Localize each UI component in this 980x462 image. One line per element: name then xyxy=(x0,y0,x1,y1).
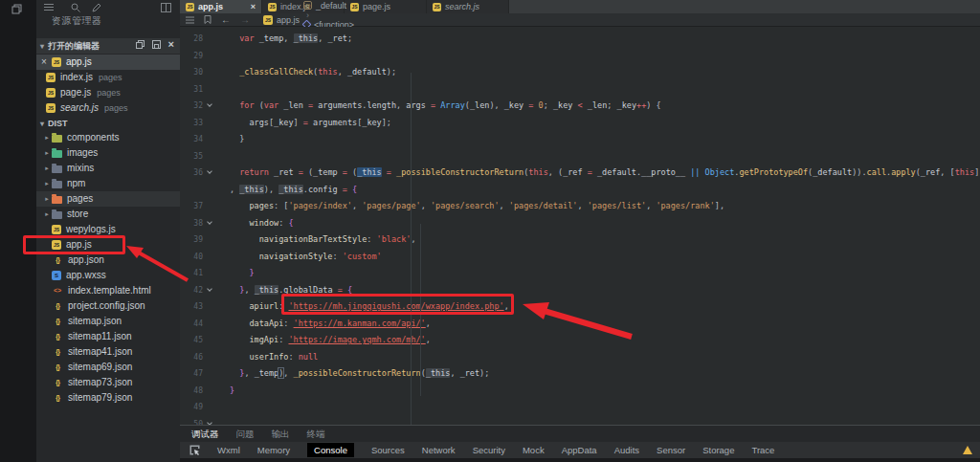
nav-back-icon[interactable]: ← xyxy=(221,15,231,25)
tree-item-app.json[interactable]: {}app.json xyxy=(36,253,180,268)
devtools-tab-trace[interactable]: Trace xyxy=(751,445,774,455)
code-line[interactable]: 38 window: { xyxy=(180,215,980,232)
tree-item-sitemap73.json[interactable]: {}sitemap73.json xyxy=(36,375,180,390)
devtools-tab-appdata[interactable]: AppData xyxy=(562,445,597,455)
warning-icon[interactable] xyxy=(963,446,972,454)
tree-item-npm[interactable]: ▸npm xyxy=(36,176,180,191)
open-editors-header[interactable]: ▾打开的编辑器 × xyxy=(36,38,180,54)
devtools-tab-storage[interactable]: Storage xyxy=(702,445,734,455)
code-line[interactable]: 31 xyxy=(180,81,980,99)
breadcrumb-file[interactable]: JS app.js xyxy=(263,15,300,25)
nav-forward-icon[interactable]: → xyxy=(240,15,250,25)
code-text: userInfo: null xyxy=(230,349,980,366)
devtools-tab-network[interactable]: Network xyxy=(422,445,456,455)
code-text: pages: ['pages/index', 'pages/page', 'pa… xyxy=(230,198,980,215)
code-line[interactable]: 49 xyxy=(180,399,980,416)
devtools-tab-sensor[interactable]: Sensor xyxy=(657,445,685,455)
devtools-tab-wxml[interactable]: Wxml xyxy=(217,445,240,455)
code-line[interactable]: 41 } xyxy=(180,265,980,282)
code-text xyxy=(230,399,980,416)
code-line[interactable]: 40 navigationStyle: 'custom' xyxy=(180,249,980,266)
token: 'pages/list' xyxy=(588,201,646,210)
fold-indicator[interactable] xyxy=(203,165,216,182)
code-line[interactable]: 30 _classCallCheck(this, _default); xyxy=(180,64,980,81)
tree-item-sitemap.json[interactable]: {}sitemap.json xyxy=(36,314,180,329)
code-line[interactable]: 29 xyxy=(180,48,980,65)
dist-section-header[interactable]: ▾DIST xyxy=(36,116,180,131)
tree-item-pages[interactable]: ▸pages xyxy=(36,191,180,207)
token: navigationStyle xyxy=(259,252,333,261)
js-file-icon: JS xyxy=(433,3,441,11)
fold-indicator[interactable] xyxy=(203,98,216,115)
code-line[interactable]: 37 pages: ['pages/index', 'pages/page', … xyxy=(180,198,980,215)
token xyxy=(230,335,249,344)
tab-close-icon[interactable]: × xyxy=(251,2,256,11)
close-all-icon[interactable]: × xyxy=(168,40,174,49)
devtools-tab-sources[interactable]: Sources xyxy=(371,445,405,455)
tree-item-sitemap11.json[interactable]: {}sitemap11.json xyxy=(36,329,180,344)
code-line[interactable]: 44 dataApi: 'https://m.kanman.com/api/', xyxy=(180,316,980,333)
code-line[interactable]: 33 args[_key] = arguments[_key]; xyxy=(180,115,980,132)
edit-pen-icon[interactable] xyxy=(92,3,101,12)
devtools-tab-mock[interactable]: Mock xyxy=(523,445,545,455)
tree-item-store[interactable]: ▸store xyxy=(36,207,180,222)
code-line[interactable]: 46 userInfo: null xyxy=(180,349,980,366)
search-icon[interactable] xyxy=(71,3,80,12)
code-line[interactable]: 50 xyxy=(180,416,980,426)
open-editor-item-page.js[interactable]: JSpage.jspages xyxy=(36,85,180,100)
js-file-icon: JS xyxy=(52,225,61,234)
outline-list-icon[interactable] xyxy=(186,16,194,24)
fold-indicator xyxy=(203,365,216,383)
bookmark-icon[interactable] xyxy=(204,15,212,24)
code-line[interactable]: 35 xyxy=(180,148,980,165)
code-editor[interactable]: 28 var _temp, _this, _ret;2930 _classCal… xyxy=(180,27,980,425)
inspect-element-icon[interactable] xyxy=(189,445,200,455)
open-editor-item-search.js[interactable]: JSsearch.jspages xyxy=(36,100,180,116)
code-line[interactable]: 34 } xyxy=(180,131,980,148)
code-line[interactable]: 47 }, _temp), _possibleConstructorReturn… xyxy=(180,365,980,383)
save-all-icon[interactable] xyxy=(152,40,161,49)
fold-indicator[interactable] xyxy=(203,215,216,232)
editor-tab-app.js[interactable]: JSapp.js× xyxy=(180,0,262,13)
tree-item-components[interactable]: ▸components xyxy=(36,130,180,145)
close-icon[interactable]: × xyxy=(36,55,52,70)
open-editor-item-app.js[interactable]: ×JSapp.js xyxy=(36,55,180,70)
fold-indicator[interactable] xyxy=(203,416,216,426)
devtools-tab-console[interactable]: Console xyxy=(307,443,354,457)
split-editor-icon[interactable] xyxy=(161,3,171,12)
open-editor-item-index.js[interactable]: JSindex.jspages xyxy=(36,70,180,85)
tree-item-sitemap69.json[interactable]: {}sitemap69.json xyxy=(36,360,180,375)
tree-item-app.wxss[interactable]: Sapp.wxss xyxy=(36,268,180,283)
token: )). xyxy=(852,167,866,177)
tree-item-images[interactable]: ▸images xyxy=(36,145,180,161)
token: : xyxy=(367,234,376,244)
tree-item-sitemap41.json[interactable]: {}sitemap41.json xyxy=(36,344,180,360)
code-line[interactable]: 39 navigationBarTextStyle: 'black', xyxy=(180,231,980,249)
token: var xyxy=(264,100,278,110)
code-line[interactable]: 45 imgApi: 'https://image.yqmh.com/mh/', xyxy=(180,332,980,349)
code-line[interactable]: 28 var _temp, _this, _ret; xyxy=(180,31,980,48)
code-line[interactable]: , _this), _this.config = { xyxy=(180,182,980,199)
json-file-icon: {} xyxy=(52,390,63,406)
editor-tab-search.js[interactable]: JSsearch.js xyxy=(427,0,509,13)
code-line[interactable]: 36 return _ret = (_temp = (_this = _poss… xyxy=(180,165,980,182)
list-icon[interactable] xyxy=(44,3,54,11)
token xyxy=(230,201,249,210)
fold-indicator[interactable] xyxy=(203,282,216,299)
line-number xyxy=(180,182,203,199)
tree-item-sitemap79.json[interactable]: {}sitemap79.json xyxy=(36,390,180,406)
devtools-tab-audits[interactable]: Audits xyxy=(614,445,639,455)
code-line[interactable]: 48} xyxy=(180,383,980,400)
devtools-tab-memory[interactable]: Memory xyxy=(257,445,290,455)
fold-indicator xyxy=(203,231,216,249)
tree-item-project.config.json[interactable]: {}project.config.json xyxy=(36,298,180,314)
new-editor-icon[interactable] xyxy=(136,40,145,49)
chevron-down-icon xyxy=(207,101,212,107)
window-restore-icon[interactable] xyxy=(11,4,22,14)
panel-bottom-strip xyxy=(180,458,980,462)
devtools-tab-security[interactable]: Security xyxy=(473,445,505,455)
breadcrumb-item[interactable]: @_default xyxy=(303,1,354,11)
code-line[interactable]: 32 for (var _len = arguments.length, arg… xyxy=(180,98,980,115)
tree-item-mixins[interactable]: ▸mixins xyxy=(36,161,180,176)
tree-item-index.template.html[interactable]: <>index.template.html xyxy=(36,283,180,298)
